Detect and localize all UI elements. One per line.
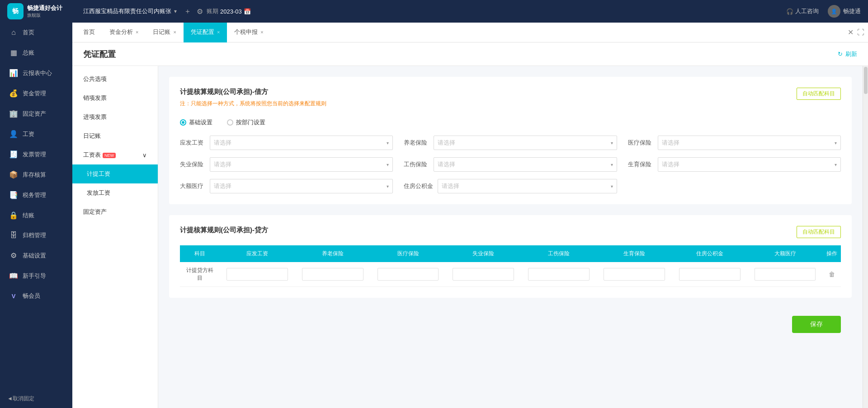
scrollbar[interactable] [863, 66, 868, 408]
delete-row-button[interactable]: 🗑 [829, 271, 835, 278]
input-unemployment[interactable] [453, 268, 514, 281]
sidebar-item-reports[interactable]: 📊 云报表中心 [0, 63, 72, 83]
nav-salary-table[interactable]: 工资表NEW ∨ [72, 145, 158, 164]
input-apply-wage[interactable] [226, 268, 288, 281]
add-button[interactable]: ＋ [184, 7, 191, 16]
debit-form-grid: 应发工资 请选择 ▾ 养老保险 请选择 ▾ [180, 136, 841, 193]
radio-basic-circle [180, 119, 186, 126]
birth-select[interactable]: 请选择 ▾ [658, 157, 841, 172]
radio-group: 基础设置 按部门设置 [180, 115, 841, 127]
col-big-medical: 大额医疗 [747, 245, 823, 262]
customer-service[interactable]: 🎧 人工咨询 [786, 7, 819, 15]
tab-funds-close[interactable]: × [136, 29, 138, 35]
new-badge: NEW [103, 153, 116, 158]
cell-work-injury [521, 262, 597, 287]
nav-journal[interactable]: 日记账 [72, 127, 158, 145]
topbar-right: 🎧 人工咨询 👤 畅捷通 [786, 5, 861, 18]
sidebar-item-tax[interactable]: 📑 税务管理 [0, 185, 72, 205]
sidebar-item-guide[interactable]: 📖 新手引导 [0, 266, 72, 286]
tabbar: 首页 资金分析 × 日记账 × 凭证配置 × 个税申报 × ✕ ⛶ [72, 23, 868, 42]
user-menu[interactable]: 👤 畅捷通 [828, 5, 861, 18]
debit-auto-match-button[interactable]: 自动匹配科目 [797, 88, 841, 100]
page-header: 凭证配置 ↻ 刷新 [72, 42, 868, 66]
nav-calc-salary[interactable]: 计提工资 [72, 164, 158, 183]
period-selector[interactable]: 账期 2023-03 📅 [207, 7, 251, 15]
tab-journal-close[interactable]: × [173, 29, 176, 35]
sidebar-item-funds[interactable]: 💰 资金管理 [0, 83, 72, 103]
input-work-injury[interactable] [528, 268, 590, 281]
big-medical-arrow: ▾ [387, 184, 389, 189]
nav-pay-salary[interactable]: 发放工资 [72, 183, 158, 202]
apply-wage-select[interactable]: 请选择 ▾ [210, 136, 393, 150]
closing-icon: 🔒 [9, 211, 18, 220]
ledger-icon: ▦ [9, 48, 18, 57]
medical-arrow: ▾ [835, 141, 837, 145]
unpin-sidebar[interactable]: ◄取消固定 [0, 389, 72, 408]
sidebar-item-ledger[interactable]: ▦ 总账 [0, 42, 72, 63]
tab-tax-close[interactable]: × [260, 29, 263, 35]
reports-icon: 📊 [9, 69, 18, 77]
topbar-actions: ＋ ⚙ [184, 7, 203, 16]
pension-select[interactable]: 请选择 ▾ [434, 136, 617, 150]
birth-placeholder: 请选择 [662, 160, 679, 169]
medical-select[interactable]: 请选择 ▾ [658, 136, 841, 150]
medical-label: 医疗保险 [628, 139, 653, 147]
radio-dept[interactable]: 按部门设置 [227, 118, 265, 127]
save-footer: 保存 [169, 309, 852, 340]
tabbar-right: ✕ ⛶ [848, 28, 864, 37]
fullscreen-icon[interactable]: ⛶ [857, 28, 864, 37]
sidebar-item-assets[interactable]: 🏢 固定资产 [0, 103, 72, 124]
input-birth[interactable] [604, 268, 665, 281]
sidebar-item-closing[interactable]: 🔒 结账 [0, 205, 72, 225]
radio-dept-circle [227, 119, 233, 126]
field-housing-fund: 住房公积金 请选择 ▾ [404, 179, 617, 193]
tab-funds[interactable]: 资金分析 × [102, 23, 146, 42]
logo-text: 畅捷通好会计 旗舰版 [27, 4, 62, 19]
nav-sales-invoice[interactable]: 销项发票 [72, 89, 158, 108]
nav-fixed-assets[interactable]: 固定资产 [72, 202, 158, 221]
housing-fund-placeholder: 请选择 [442, 182, 459, 190]
work-injury-select[interactable]: 请选择 ▾ [434, 157, 617, 172]
sidebar-item-invoice[interactable]: 🧾 发票管理 [0, 144, 72, 164]
tab-home[interactable]: 首页 [76, 23, 102, 42]
tab-voucher-close[interactable]: × [217, 29, 220, 35]
sidebar-item-salary[interactable]: 👤 工资 [0, 124, 72, 144]
refresh-button[interactable]: ↻ 刷新 [838, 50, 857, 58]
sidebar: ⌂ 首页 ▦ 总账 📊 云报表中心 💰 资金管理 🏢 固定资产 👤 工资 🧾 发… [0, 23, 72, 408]
sidebar-label-home: 首页 [23, 28, 34, 37]
sidebar-item-settings[interactable]: ⚙ 基础设置 [0, 245, 72, 266]
salary-icon: 👤 [9, 130, 18, 138]
apply-wage-label: 应发工资 [180, 139, 205, 147]
unemployment-select[interactable]: 请选择 ▾ [210, 157, 393, 172]
nav-public[interactable]: 公共选项 [72, 70, 158, 89]
cell-apply-wage [219, 262, 295, 287]
unemployment-arrow: ▾ [387, 162, 389, 167]
company-selector[interactable]: 江西服宝精品有限责任公司内账张 ▾ [83, 7, 177, 15]
archive-icon: 🗄 [9, 231, 18, 239]
sidebar-item-inventory[interactable]: 📦 库存核算 [0, 164, 72, 185]
sidebar-item-member[interactable]: V 畅会员 [0, 286, 72, 306]
input-pension[interactable] [302, 268, 363, 281]
tab-journal[interactable]: 日记账 × [146, 23, 183, 42]
close-window-icon[interactable]: ✕ [848, 28, 854, 37]
settings-icon[interactable]: ⚙ [197, 7, 203, 16]
save-button[interactable]: 保存 [792, 316, 841, 333]
input-medical[interactable] [377, 268, 439, 281]
big-medical-label: 大额医疗 [180, 182, 205, 190]
housing-fund-select[interactable]: 请选择 ▾ [438, 179, 617, 193]
cell-pension [295, 262, 370, 287]
col-work-injury: 工伤保险 [521, 245, 597, 262]
sidebar-item-home[interactable]: ⌂ 首页 [0, 23, 72, 42]
input-housing-fund[interactable] [679, 268, 741, 281]
big-medical-select[interactable]: 请选择 ▾ [210, 179, 393, 193]
tab-voucher-config[interactable]: 凭证配置 × [184, 23, 227, 42]
expand-icon: ∨ [142, 152, 147, 159]
avatar: 👤 [828, 5, 840, 18]
input-big-medical[interactable] [755, 268, 816, 281]
tab-tax-report[interactable]: 个税申报 × [227, 23, 270, 42]
nav-purchase-invoice[interactable]: 进项发票 [72, 108, 158, 127]
radio-basic[interactable]: 基础设置 [180, 118, 212, 127]
credit-auto-match-button[interactable]: 自动匹配科目 [797, 226, 841, 238]
sidebar-item-archive[interactable]: 🗄 归档管理 [0, 225, 72, 245]
col-housing-fund: 住房公积金 [672, 245, 747, 262]
